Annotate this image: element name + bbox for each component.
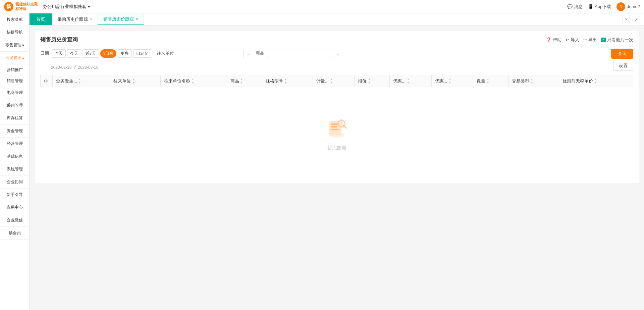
sidebar-item-vip[interactable]: 畅会员 <box>0 227 29 240</box>
workspace-label: 办公用品行业模拟账套 <box>43 4 87 10</box>
th-unit[interactable]: 计量... ▲▼ <box>313 75 354 87</box>
sort-arrows-icon: ▲▼ <box>531 78 533 84</box>
th-discount2[interactable]: 优惠... ▲▼ <box>431 75 473 87</box>
sidebar-item-ecommerce[interactable]: 电商管理 <box>0 87 29 99</box>
th-goods[interactable]: 商品 ▲▼ <box>227 75 262 87</box>
export-btn[interactable]: ↪ 导出 <box>583 37 597 43</box>
date-buttons: 昨天 今天 近7天 近1月 更多 自定义 <box>52 49 151 58</box>
sidebar-item-retail[interactable]: 零售管理 ▾ <box>0 39 29 52</box>
message-btn[interactable]: 💬 消息 <box>567 4 583 10</box>
user-area[interactable]: D demo2 <box>616 2 640 11</box>
partner-filter-group: 往来单位 ... <box>157 49 250 58</box>
th-label: 优惠... <box>393 78 406 84</box>
svg-rect-4 <box>331 129 339 130</box>
help-icon: ❓ <box>546 37 551 42</box>
th-partner-name[interactable]: 往来单位名称 ▲▼ <box>160 75 227 87</box>
date-filter-row: 日期 昨天 今天 近7天 近1月 更多 自定义 <box>40 49 606 58</box>
sidebar-item-label: 系统管理 <box>7 167 23 171</box>
sort-arrows-icon: ▲▼ <box>487 78 489 84</box>
workspace-dropdown[interactable]: 办公用品行业模拟账套 ▾ <box>40 2 93 11</box>
date-btn-1month[interactable]: 近1月 <box>100 49 117 58</box>
message-label: 消息 <box>574 4 583 10</box>
only-last-checkbox-label[interactable]: ✓ 只看最后一次 <box>601 37 633 43</box>
sidebar-item-sales-mgmt[interactable]: 销售管理 <box>0 75 29 87</box>
date-btn-custom[interactable]: 自定义 <box>133 49 151 58</box>
sidebar-item-label: 采购管理 <box>7 103 23 108</box>
dropdown-arrow-icon: ▾ <box>88 4 90 9</box>
sidebar-item-label: 营销推广 <box>7 67 23 72</box>
window-close-btn[interactable]: × <box>623 16 630 23</box>
tab-purchase-close[interactable]: × <box>90 17 92 22</box>
sidebar-item-search[interactable]: 搜索菜单 <box>0 13 29 26</box>
sidebar-item-wholesale[interactable]: 批发管理 ▴ <box>0 52 29 64</box>
th-trade-type[interactable]: 交易类型 ▲▼ <box>508 75 559 87</box>
th-label: 商品 <box>230 78 239 84</box>
goods-dots-btn[interactable]: ... <box>337 51 340 56</box>
app-download-label: App下载 <box>595 4 611 10</box>
tab-purchase-history[interactable]: 采购历史价跟踪 × <box>52 13 98 25</box>
sidebar-item-purchase[interactable]: 采购管理 <box>0 99 29 112</box>
window-expand-btn[interactable]: ⤢ <box>633 16 640 23</box>
sort-arrows-icon: ▲▼ <box>284 78 287 84</box>
import-btn[interactable]: ↩ 导入 <box>566 37 579 43</box>
sort-arrows-icon: ▲▼ <box>407 78 410 84</box>
date-btn-today[interactable]: 今天 <box>67 49 81 58</box>
sidebar-item-operations[interactable]: 经营管理 <box>0 138 29 150</box>
tab-sales-label: 销售历史价跟踪 <box>103 16 134 22</box>
sidebar-item-finance[interactable]: 资金管理 <box>0 125 29 138</box>
sidebar-item-app-center[interactable]: 应用中心 <box>0 201 29 214</box>
header-right: 💬 消息 📱 App下载 D demo2 <box>567 2 640 11</box>
sidebar-item-marketing[interactable]: 营销推广 <box>0 64 29 75</box>
date-btn-7days[interactable]: 近7天 <box>83 49 99 58</box>
filters-actions: 查询 设置 <box>611 49 633 71</box>
empty-state-icon <box>323 114 350 141</box>
sidebar-item-enterprise-wechat[interactable]: 企业微信 <box>0 214 29 227</box>
query-button[interactable]: 查询 <box>611 49 633 59</box>
page-card: 销售历史价查询 ❓ 帮助 ↩ 导入 ↪ 导出 <box>35 31 639 183</box>
tab-sales-history[interactable]: 销售历史价跟踪 × <box>98 13 144 25</box>
settings-button[interactable]: 设置 <box>613 61 633 71</box>
th-label: 优惠前无税单价 <box>562 78 593 84</box>
sort-arrows-icon: ▲▼ <box>192 78 194 84</box>
date-btn-yesterday[interactable]: 昨天 <box>52 49 66 58</box>
sort-arrows-icon: ▲▼ <box>330 78 333 84</box>
th-discount1[interactable]: 优惠... ▲▼ <box>390 75 431 87</box>
th-partner[interactable]: 往来单位 ▲▼ <box>110 75 160 87</box>
date-btn-more[interactable]: 更多 <box>118 49 132 58</box>
import-icon: ↩ <box>566 37 569 42</box>
th-business-date[interactable]: 业务发生... ▲▼ <box>53 75 110 87</box>
sidebar-item-quick-nav[interactable]: 快捷导航 <box>0 26 29 39</box>
th-spec[interactable]: 规格型号 ▲▼ <box>262 75 313 87</box>
help-btn[interactable]: ❓ 帮助 <box>546 37 561 43</box>
sort-arrows-icon: ▲▼ <box>594 78 597 84</box>
tab-sales-close[interactable]: × <box>136 17 138 21</box>
th-quote[interactable]: 报价 ▲▼ <box>355 75 390 87</box>
filters-main: 日期 昨天 今天 近7天 近1月 更多 自定义 <box>40 49 606 70</box>
download-icon: 📱 <box>588 4 593 9</box>
partner-filter-label: 往来单位 <box>157 50 174 56</box>
sidebar-item-system[interactable]: 系统管理 <box>0 163 29 176</box>
tab-home-label: 首页 <box>36 16 45 22</box>
goods-input[interactable] <box>267 49 334 58</box>
th-settings[interactable]: ⚙ <box>41 75 53 87</box>
app-download-btn[interactable]: 📱 App下载 <box>588 4 611 10</box>
header-left: 畅 畅捷信好生意 标准版 办公用品行业模拟账套 ▾ <box>4 2 93 11</box>
sidebar-item-newbie-guide[interactable]: 新手引导 <box>0 189 29 201</box>
sidebar-item-basic-info[interactable]: 基础信息 <box>0 150 29 163</box>
sidebar-item-inventory[interactable]: 库存核算 <box>0 112 29 125</box>
goods-filter-group: 商品 ... <box>256 49 340 58</box>
th-pretax-price[interactable]: 优惠前无税单价 ▲▼ <box>559 75 633 87</box>
th-quantity[interactable]: 数量 ▲▼ <box>473 75 508 87</box>
sidebar-item-enterprise-collab[interactable]: 企业协同 <box>0 176 29 189</box>
content-area: 首页 采购历史价跟踪 × 销售历史价跟踪 × × ⤢ 销售历史价查询 <box>30 13 644 310</box>
sidebar-item-label: 销售管理 <box>7 79 23 83</box>
tab-home[interactable]: 首页 <box>30 13 52 25</box>
sort-arrows-icon: ▲▼ <box>240 78 243 84</box>
partner-dots-btn[interactable]: ... <box>247 51 250 56</box>
import-label: 导入 <box>571 37 579 43</box>
date-filter-label: 日期 <box>40 50 49 56</box>
partner-input[interactable] <box>177 49 244 58</box>
th-label: 业务发生... <box>56 78 77 84</box>
sidebar-item-label: 应用中心 <box>7 205 23 210</box>
sidebar: 搜索菜单 快捷导航 零售管理 ▾ 批发管理 ▴ 营销推广 销售管理 电商管理 采… <box>0 13 30 310</box>
